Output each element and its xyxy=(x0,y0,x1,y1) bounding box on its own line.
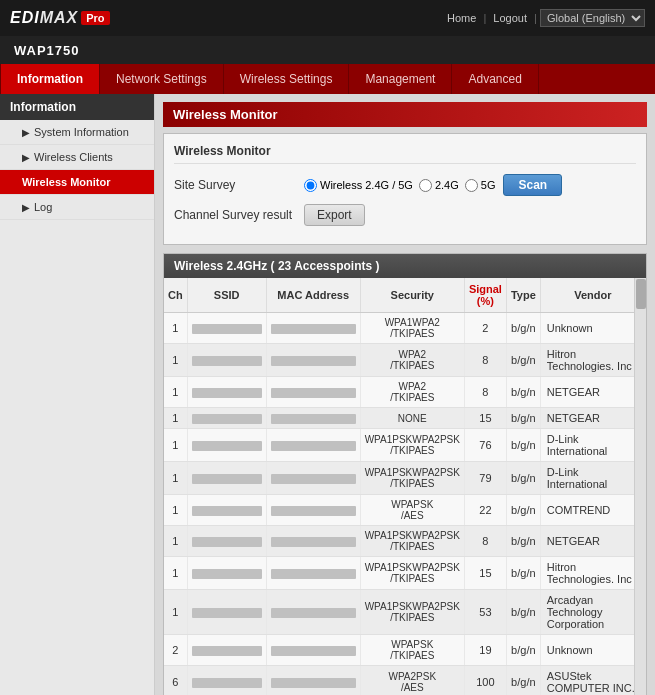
cell-ch: 1 xyxy=(164,590,187,635)
cell-mac xyxy=(266,377,360,408)
cell-type: b/g/n xyxy=(506,557,540,590)
cell-security: WPA1PSKWPA2PSK /TKIPAES xyxy=(360,557,464,590)
nav-item-management[interactable]: Management xyxy=(349,64,452,94)
col-ssid: SSID xyxy=(187,278,266,313)
cell-ch: 1 xyxy=(164,377,187,408)
sidebar-item-log[interactable]: ▶ Log xyxy=(0,195,154,220)
cell-signal: 15 xyxy=(464,557,506,590)
scan-button[interactable]: Scan xyxy=(503,174,562,196)
cell-ssid xyxy=(187,408,266,429)
radio-group: Wireless 2.4G / 5G 2.4G 5G xyxy=(304,179,495,192)
col-security: Security xyxy=(360,278,464,313)
cell-mac xyxy=(266,666,360,695)
cell-security: WPA2/TKIPAES xyxy=(360,377,464,408)
cell-mac xyxy=(266,429,360,462)
page-title: Wireless Monitor xyxy=(163,102,647,127)
cell-type: b/g/n xyxy=(506,377,540,408)
cell-ch: 1 xyxy=(164,495,187,526)
cell-security: WPA1WPA2/TKIPAES xyxy=(360,313,464,344)
cell-type: b/g/n xyxy=(506,526,540,557)
access-points-table: Ch SSID MAC Address Security Signal(%) T… xyxy=(164,278,646,695)
cell-vendor: NETGEAR xyxy=(540,408,645,429)
table-section-title: Wireless 2.4GHz ( 23 Accesspoints ) xyxy=(164,254,646,278)
logo-pro: Pro xyxy=(81,11,109,25)
cell-type: b/g/n xyxy=(506,429,540,462)
cell-security: WPA1PSKWPA2PSK /TKIPAES xyxy=(360,462,464,495)
radio-5g[interactable]: 5G xyxy=(465,179,496,192)
cell-signal: 2 xyxy=(464,313,506,344)
col-signal: Signal(%) xyxy=(464,278,506,313)
cell-signal: 15 xyxy=(464,408,506,429)
device-name: WAP1750 xyxy=(14,43,80,58)
table-row: 1WPA1PSKWPA2PSK /TKIPAES53b/g/nArcadyan … xyxy=(164,590,646,635)
cell-mac xyxy=(266,495,360,526)
logout-link[interactable]: Logout xyxy=(493,12,527,24)
cell-mac xyxy=(266,557,360,590)
table-wrapper: Ch SSID MAC Address Security Signal(%) T… xyxy=(164,278,646,695)
cell-signal: 19 xyxy=(464,635,506,666)
cell-security: WPA2/TKIPAES xyxy=(360,344,464,377)
channel-survey-controls: Export xyxy=(304,204,365,226)
wireless-monitor-box: Wireless Monitor Site Survey Wireless 2.… xyxy=(163,133,647,245)
radio-both[interactable]: Wireless 2.4G / 5G xyxy=(304,179,413,192)
home-link[interactable]: Home xyxy=(447,12,476,24)
cell-ssid xyxy=(187,429,266,462)
cell-vendor: Unknown xyxy=(540,635,645,666)
nav-item-advanced[interactable]: Advanced xyxy=(452,64,538,94)
nav-item-information[interactable]: Information xyxy=(0,64,100,94)
table-row: 1WPA1WPA2/TKIPAES2b/g/nUnknown xyxy=(164,313,646,344)
site-survey-row: Site Survey Wireless 2.4G / 5G 2.4G xyxy=(174,174,636,196)
sidebar-item-wireless-monitor[interactable]: Wireless Monitor xyxy=(0,170,154,195)
cell-ch: 1 xyxy=(164,313,187,344)
logo-area: EDIMAX Pro xyxy=(10,9,110,27)
sidebar-item-system-info[interactable]: ▶ System Information xyxy=(0,120,154,145)
cell-signal: 76 xyxy=(464,429,506,462)
table-row: 1WPA2/TKIPAES8b/g/nNETGEAR xyxy=(164,377,646,408)
main-nav: Information Network Settings Wireless Se… xyxy=(0,64,655,94)
cell-mac xyxy=(266,344,360,377)
main-content: Wireless Monitor Wireless Monitor Site S… xyxy=(155,94,655,695)
table-row: 1WPAPSK/AES22b/g/nCOMTREND xyxy=(164,495,646,526)
export-button[interactable]: Export xyxy=(304,204,365,226)
radio-2g[interactable]: 2.4G xyxy=(419,179,459,192)
cell-ch: 2 xyxy=(164,635,187,666)
arrow-icon: ▶ xyxy=(22,152,30,163)
cell-ssid xyxy=(187,344,266,377)
cell-vendor: COMTREND xyxy=(540,495,645,526)
nav-item-network-settings[interactable]: Network Settings xyxy=(100,64,224,94)
cell-type: b/g/n xyxy=(506,635,540,666)
cell-security: WPAPSK/AES xyxy=(360,495,464,526)
cell-mac xyxy=(266,635,360,666)
cell-signal: 100 xyxy=(464,666,506,695)
scrollbar-thumb[interactable] xyxy=(636,279,646,309)
table-row: 1WPA1PSKWPA2PSK /TKIPAES8b/g/nNETGEAR xyxy=(164,526,646,557)
cell-type: b/g/n xyxy=(506,313,540,344)
cell-ch: 1 xyxy=(164,429,187,462)
header: EDIMAX Pro Home | Logout | Global (Engli… xyxy=(0,0,655,36)
cell-ch: 1 xyxy=(164,462,187,495)
cell-signal: 79 xyxy=(464,462,506,495)
arrow-icon: ▶ xyxy=(22,127,30,138)
nav-item-wireless-settings[interactable]: Wireless Settings xyxy=(224,64,350,94)
cell-security: NONE xyxy=(360,408,464,429)
cell-ch: 1 xyxy=(164,408,187,429)
cell-signal: 22 xyxy=(464,495,506,526)
channel-survey-row: Channel Survey result Export xyxy=(174,204,636,226)
content-box-title: Wireless Monitor xyxy=(174,144,636,164)
language-select[interactable]: Global (English) xyxy=(540,9,645,27)
table-row: 1WPA1PSKWPA2PSK /TKIPAES79b/g/nD-Link In… xyxy=(164,462,646,495)
cell-ssid xyxy=(187,557,266,590)
scrollbar-track[interactable] xyxy=(634,278,646,695)
cell-signal: 8 xyxy=(464,344,506,377)
table-row: 1WPA1PSKWPA2PSK /TKIPAES76b/g/nD-Link In… xyxy=(164,429,646,462)
cell-mac xyxy=(266,526,360,557)
cell-ssid xyxy=(187,590,266,635)
cell-type: b/g/n xyxy=(506,462,540,495)
sidebar-item-wireless-clients[interactable]: ▶ Wireless Clients xyxy=(0,145,154,170)
cell-mac xyxy=(266,313,360,344)
col-vendor: Vendor xyxy=(540,278,645,313)
cell-vendor: NETGEAR xyxy=(540,526,645,557)
cell-type: b/g/n xyxy=(506,590,540,635)
cell-vendor: D-Link International xyxy=(540,429,645,462)
table-section: Wireless 2.4GHz ( 23 Accesspoints ) Ch S… xyxy=(163,253,647,695)
